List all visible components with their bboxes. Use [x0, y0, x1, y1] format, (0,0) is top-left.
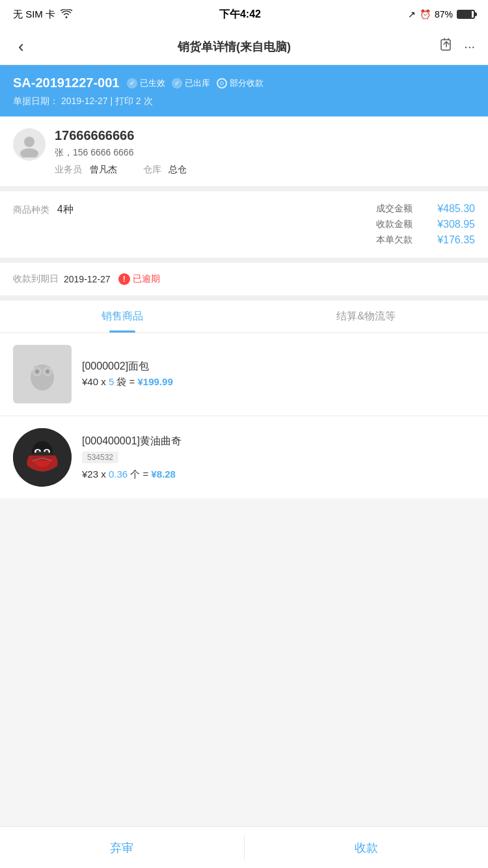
received-value: ¥308.95: [423, 219, 475, 230]
nav-bar: ‹ 销货单详情(来自电脑) ···: [0, 29, 488, 65]
product-info-2: [000400001]黄油曲奇 534532 ¥23 x 0.36 个 = ¥8…: [82, 435, 475, 481]
check-icon-2: ✓: [172, 78, 182, 88]
summary-right: 成交金额 ¥485.30 收款金额 ¥308.95 本单欠款 ¥176.35: [376, 203, 475, 246]
product-qty-1: 5: [109, 376, 114, 387]
nav-actions: ···: [439, 38, 475, 55]
staff-name: 曾凡杰: [90, 164, 117, 174]
status-badge-shipped: ✓ 已出库: [172, 77, 210, 89]
debt-row: 本单欠款 ¥176.35: [376, 234, 475, 246]
status-time: 下午4:42: [219, 8, 261, 21]
customer-name: 张，156 6666 6666: [55, 147, 475, 159]
location-icon: ↗: [408, 9, 416, 20]
clock-icon: ⊙: [217, 78, 227, 88]
product-price-1: ¥40 x 5 袋 = ¥199.99: [82, 376, 475, 388]
due-section: 收款到期日 2019-12-27 ! 已逾期: [0, 263, 488, 301]
product-total-2: ¥8.28: [151, 468, 176, 480]
share-button[interactable]: [439, 38, 454, 55]
product-sku-2: 534532: [82, 452, 118, 463]
product-type-label: 商品种类: [13, 204, 49, 215]
overdue-badge: ! 已逾期: [118, 273, 160, 285]
order-id: SA-20191227-001: [13, 75, 119, 90]
summary-section: 商品种类 4种 成交金额 ¥485.30 收款金额 ¥308.95 本单欠款 ¥…: [0, 191, 488, 263]
order-id-row: SA-20191227-001 ✓ 已生效 ✓ 已出库 ⊙ 部分收款: [13, 75, 475, 90]
product-name-2: [000400001]黄油曲奇: [82, 435, 475, 448]
status-badges: ✓ 已生效 ✓ 已出库 ⊙ 部分收款: [127, 77, 264, 89]
battery-percent: 87%: [435, 9, 453, 20]
status-badge-partial: ⊙ 部分收款: [217, 77, 264, 89]
avatar: [13, 128, 46, 161]
bottom-bar: 弃审 收款: [0, 826, 488, 868]
page-title: 销货单详情(来自电脑): [178, 39, 291, 55]
product-name-1: [0000002]面包: [82, 360, 475, 373]
received-label: 收款金额: [376, 219, 413, 230]
product-count: 4种: [57, 204, 74, 215]
svg-point-1: [24, 137, 34, 147]
overdue-text: 已逾期: [133, 273, 160, 285]
check-icon-1: ✓: [127, 78, 137, 88]
svg-point-9: [46, 370, 49, 373]
battery-icon: [457, 10, 475, 19]
amount-value: ¥485.30: [423, 203, 475, 215]
debt-value: ¥176.35: [423, 234, 475, 246]
product-item-2: [000400001]黄油曲奇 534532 ¥23 x 0.36 个 = ¥8…: [0, 416, 488, 498]
customer-phone: 17666666666: [55, 128, 475, 143]
tab-settlement[interactable]: 结算&物流等: [244, 301, 488, 332]
status-badge-active: ✓ 已生效: [127, 77, 165, 89]
warehouse-label: 仓库: [143, 164, 161, 174]
product-total-1: ¥199.99: [138, 376, 173, 387]
status-bar: 无 SIM 卡 下午4:42 ↗ ⏰ 87%: [0, 0, 488, 29]
product-item-1: [0000002]面包 ¥40 x 5 袋 = ¥199.99: [0, 333, 488, 415]
product-thumb-1: [13, 345, 72, 403]
carrier-text: 无 SIM 卡: [13, 8, 55, 21]
warehouse-name: 总仓: [169, 164, 187, 174]
staff-label: 业务员: [55, 164, 82, 174]
product-qty-2: 0.36: [109, 468, 128, 480]
confirm-button[interactable]: 收款: [245, 827, 489, 868]
status-left: 无 SIM 卡: [13, 8, 72, 21]
received-row: 收款金额 ¥308.95: [376, 219, 475, 230]
alarm-icon: ⏰: [420, 9, 431, 20]
back-button[interactable]: ‹: [13, 31, 29, 62]
tabs-section: 销售商品 结算&物流等: [0, 301, 488, 333]
order-meta: 单据日期： 2019-12-27 | 打印 2 次: [13, 96, 475, 107]
svg-point-2: [20, 148, 38, 157]
product-list: [0000002]面包 ¥40 x 5 袋 = ¥199.99: [0, 333, 488, 498]
due-date-label: 收款到期日: [13, 273, 59, 285]
product-thumb-2: [13, 428, 72, 487]
amount-row: 成交金额 ¥485.30: [376, 203, 475, 215]
customer-info: 17666666666 张，156 6666 6666 业务员 曾凡杰 仓库 总…: [55, 128, 475, 176]
debt-label: 本单欠款: [376, 234, 413, 246]
wifi-icon: [61, 9, 72, 20]
svg-point-8: [36, 370, 38, 373]
tab-sales-products[interactable]: 销售商品: [0, 301, 244, 332]
order-banner: SA-20191227-001 ✓ 已生效 ✓ 已出库 ⊙ 部分收款 单据日期：…: [0, 65, 488, 116]
due-date-value: 2019-12-27: [64, 274, 111, 284]
summary-left: 商品种类 4种: [13, 203, 74, 217]
customer-staff-row: 业务员 曾凡杰 仓库 总仓: [55, 164, 475, 176]
more-button[interactable]: ···: [464, 39, 475, 54]
customer-section: 17666666666 张，156 6666 6666 业务员 曾凡杰 仓库 总…: [0, 116, 488, 191]
product-info-1: [0000002]面包 ¥40 x 5 袋 = ¥199.99: [82, 360, 475, 388]
overdue-icon: !: [118, 273, 130, 285]
amount-label: 成交金额: [376, 203, 413, 215]
cancel-button[interactable]: 弃审: [0, 827, 244, 868]
status-right: ↗ ⏰ 87%: [408, 9, 475, 20]
svg-rect-0: [441, 40, 450, 50]
product-price-2: ¥23 x 0.36 个 = ¥8.28: [82, 468, 475, 481]
